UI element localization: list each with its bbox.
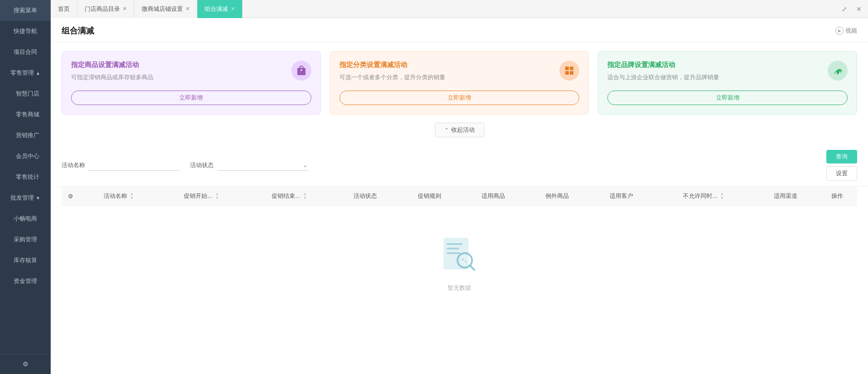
empty-text: 暂无数据 xyxy=(448,284,471,292)
card-product-discount: 指定商品设置满减活动 可指定滞销商品或库存较多商品 立即新增 xyxy=(62,51,321,115)
sort-icons: ▲ ▼ xyxy=(130,192,134,200)
filter-section: 活动名称 活动状态 ⌄ 查询 设置 xyxy=(51,144,868,187)
table-col-exception-goods: 例外商品 xyxy=(525,187,589,206)
collapse-icon: ⌃ xyxy=(444,127,448,133)
tab-close-icon[interactable]: ✕ xyxy=(186,6,190,12)
sidebar-item-member-center[interactable]: 会员中心 xyxy=(0,146,51,167)
settings-button[interactable]: 设置 xyxy=(826,166,857,181)
activity-name-input[interactable] xyxy=(89,160,179,171)
tab-combo-discount[interactable]: 组合满减 ✕ xyxy=(197,0,243,18)
tab-wechat-store-settings[interactable]: 微商城店铺设置 ✕ xyxy=(134,0,197,18)
sidebar-item-label: 批发管理 xyxy=(10,194,34,202)
empty-state: 暂无数据 xyxy=(62,206,857,310)
card-add-btn-brand[interactable]: 立即新增 xyxy=(607,91,848,105)
sidebar-item-label: 智慧门店 xyxy=(16,90,39,98)
sidebar-item-wholesale-mgmt[interactable]: 批发管理 ▼ xyxy=(0,187,51,208)
sidebar-item-inventory-calc[interactable]: 库存核算 xyxy=(0,250,51,271)
sidebar-item-label: 小畅电商 xyxy=(14,215,37,223)
table-header-row: ⚙ 活动名称 ▲ ▼ 促销开始... ▲ xyxy=(62,187,857,206)
sidebar-item-xiaochang-ec[interactable]: 小畅电商 xyxy=(0,208,51,229)
tab-label: 微商城店铺设置 xyxy=(142,5,183,13)
table-col-operation: 操作 xyxy=(817,187,857,206)
collapse-label: 收起活动 xyxy=(451,126,475,134)
empty-icon xyxy=(437,233,482,278)
sidebar-item-retail-mgmt[interactable]: 零售管理 ▲ xyxy=(0,62,51,83)
sidebar-item-quick-nav[interactable]: 快捷导航 xyxy=(0,21,51,42)
table-col-no-concurrent[interactable]: 不允许同时... ▲ ▼ xyxy=(653,187,754,206)
table-col-gear[interactable]: ⚙ xyxy=(62,187,80,206)
card-title: 指定商品设置满减活动 xyxy=(71,61,311,69)
tab-label: 门店商品目录 xyxy=(85,5,120,13)
sort-icons: ▲ ▼ xyxy=(303,192,307,200)
card-add-btn-category[interactable]: 立即新增 xyxy=(339,91,580,105)
card-icon xyxy=(828,61,848,81)
sort-up-icon: ▲ xyxy=(215,192,219,196)
svg-rect-1 xyxy=(570,67,573,70)
activity-table: ⚙ 活动名称 ▲ ▼ 促销开始... ▲ xyxy=(62,187,857,206)
svg-point-9 xyxy=(460,256,469,265)
svg-rect-0 xyxy=(565,67,569,70)
close-icon: ✕ xyxy=(856,5,862,13)
sort-up-icon: ▲ xyxy=(720,192,724,196)
card-title: 指定分类设置满减活动 xyxy=(339,61,580,69)
sidebar: 搜索菜单 快捷导航 项目合同 零售管理 ▲ 智慧门店 零售商城 营销推广 会员中… xyxy=(0,0,51,374)
sidebar-item-label: 零售管理 xyxy=(10,69,34,77)
gear-icon: ⚙ xyxy=(68,193,73,200)
sidebar-item-label: 零售商城 xyxy=(16,110,39,119)
window-controls: ⤢ ✕ xyxy=(839,4,868,14)
sidebar-item-label: 营销推广 xyxy=(16,131,39,139)
sidebar-item-purchase-mgmt[interactable]: 采购管理 xyxy=(0,229,51,250)
sidebar-item-finance-mgmt[interactable]: 资金管理 xyxy=(0,271,51,292)
sidebar-item-marketing[interactable]: 营销推广 xyxy=(0,125,51,146)
card-brand-discount: 指定品牌设置满减活动 适合与上游企业联合做营销，提升品牌销量 立即新增 xyxy=(598,51,857,115)
sidebar-settings-btn[interactable]: ⚙ xyxy=(0,354,51,374)
sidebar-item-label: 资金管理 xyxy=(14,277,37,285)
sidebar-item-label: 零售统计 xyxy=(16,173,39,181)
filter-activity-name: 活动名称 xyxy=(62,160,179,171)
sidebar-item-label: 搜索菜单 xyxy=(14,6,37,14)
table-col-promo-start[interactable]: 促销开始... ▲ ▼ xyxy=(157,187,245,206)
cards-section: 指定商品设置满减活动 可指定滞销商品或库存较多商品 立即新增 指定分类设置满减活… xyxy=(51,42,868,119)
main-area: 首页 门店商品目录 ✕ 微商城店铺设置 ✕ 组合满减 ✕ ⤢ ✕ 组合满减 xyxy=(51,0,868,374)
table-col-activity-name[interactable]: 活动名称 ▲ ▼ xyxy=(80,187,157,206)
sort-icons: ▲ ▼ xyxy=(720,192,724,200)
svg-rect-6 xyxy=(447,248,459,249)
svg-rect-7 xyxy=(447,252,460,254)
video-link[interactable]: ▶ 视频 xyxy=(835,27,857,35)
close-window-btn[interactable]: ✕ xyxy=(854,4,864,14)
table-col-promo-end[interactable]: 促销结束... ▲ ▼ xyxy=(245,187,333,206)
play-icon: ▶ xyxy=(835,27,844,35)
tab-store-catalog[interactable]: 门店商品目录 ✕ xyxy=(77,0,134,18)
tab-close-icon[interactable]: ✕ xyxy=(231,6,235,12)
resize-window-btn[interactable]: ⤢ xyxy=(839,4,850,14)
collapse-btn[interactable]: ⌃ 收起活动 xyxy=(435,123,484,137)
svg-line-10 xyxy=(470,265,474,270)
table-col-applicable-customers: 适用客户 xyxy=(589,187,653,206)
sort-down-icon: ▼ xyxy=(215,197,219,200)
sidebar-item-retail-mall[interactable]: 零售商城 xyxy=(0,104,51,125)
card-category-discount: 指定分类设置满减活动 可选一个或者多个分类，提升分类的销量 立即新增 xyxy=(330,51,589,115)
tab-home[interactable]: 首页 xyxy=(51,0,77,18)
sort-down-icon: ▼ xyxy=(130,197,134,200)
sidebar-item-retail-stats[interactable]: 零售统计 xyxy=(0,167,51,187)
table-col-promo-rule: 促销规则 xyxy=(397,187,461,206)
activity-status-label: 活动状态 xyxy=(190,161,214,169)
page-header: 组合满减 ▶ 视频 xyxy=(51,18,868,42)
sort-up-icon: ▲ xyxy=(303,192,307,196)
resize-icon: ⤢ xyxy=(842,5,847,13)
sidebar-item-smart-store[interactable]: 智慧门店 xyxy=(0,83,51,104)
activity-status-select[interactable]: ⌄ xyxy=(217,160,308,171)
svg-point-12 xyxy=(465,260,467,262)
chevron-up-icon: ▲ xyxy=(36,71,40,76)
activity-name-label: 活动名称 xyxy=(62,161,85,169)
tab-label: 组合满减 xyxy=(205,5,228,13)
card-add-btn-product[interactable]: 立即新增 xyxy=(71,91,311,105)
sidebar-item-project-contract[interactable]: 项目合同 xyxy=(0,42,51,62)
query-button[interactable]: 查询 xyxy=(826,150,857,163)
tab-close-icon[interactable]: ✕ xyxy=(123,6,127,12)
card-title: 指定品牌设置满减活动 xyxy=(607,61,848,69)
sidebar-item-label: 库存核算 xyxy=(14,256,37,264)
sidebar-item-search-menu[interactable]: 搜索菜单 xyxy=(0,0,51,21)
sort-down-icon: ▼ xyxy=(720,197,724,200)
page-title: 组合满减 xyxy=(62,25,94,36)
